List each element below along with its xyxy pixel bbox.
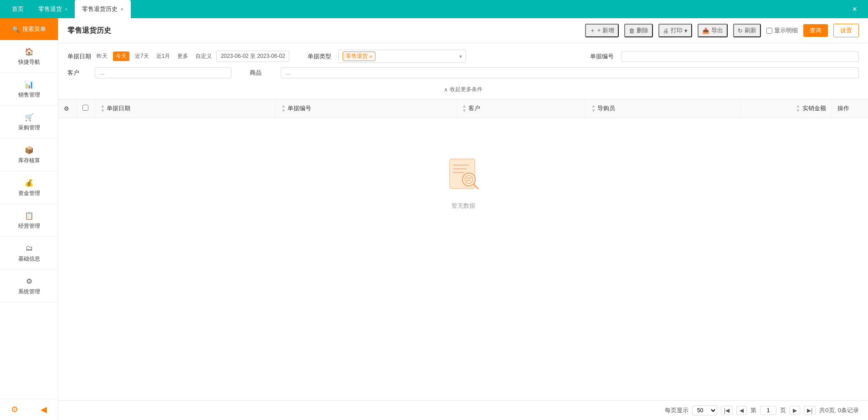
customer-label: 客户: [67, 69, 95, 77]
export-icon: 📤: [702, 27, 709, 34]
voucher-no-input[interactable]: [621, 51, 859, 62]
voucher-type-dropdown-icon: ▾: [459, 53, 462, 60]
page-size-select[interactable]: 20 50 100: [692, 405, 717, 415]
svg-rect-2: [453, 168, 467, 169]
sidebar-item-quicknav[interactable]: 🏠 快捷导航: [0, 40, 58, 73]
tab-retail-return[interactable]: 零售退货 ×: [31, 0, 75, 18]
sidebar-search[interactable]: 🔍 搜索菜单: [0, 18, 58, 40]
first-page-button[interactable]: |◀: [721, 406, 733, 415]
header-actions: ＋ + 新增 🗑 删除 🖨 打印 ▾ 📤 导出 ↻: [585, 24, 859, 37]
print-button[interactable]: 🖨 打印 ▾: [658, 24, 692, 37]
th-amount[interactable]: ▲▼ 实销金额: [740, 99, 832, 118]
filter-group-vouchertype: 单据类型 零售退货 × ▾: [308, 50, 576, 63]
date-opt-yesterday[interactable]: 昨天: [95, 51, 109, 61]
table-settings-icon[interactable]: ⚙: [64, 105, 69, 112]
refresh-button[interactable]: ↻ 刷新: [733, 24, 761, 37]
sidebar-item-system[interactable]: ⚙ 系统管理: [0, 270, 58, 302]
page-title: 零售退货历史: [67, 26, 111, 36]
prev-page-button[interactable]: ◀: [736, 406, 747, 415]
settings-button[interactable]: 设置: [833, 24, 859, 37]
new-button[interactable]: ＋ + 新增: [585, 24, 619, 37]
top-bar-right: ×: [848, 3, 868, 16]
last-page-button[interactable]: ▶|: [804, 406, 816, 415]
svg-rect-3: [453, 172, 464, 173]
search-icon: 🔍: [12, 26, 20, 33]
show-detail-checkbox[interactable]: 显示明细: [766, 26, 798, 35]
sidebar-item-basic-info-label: 基础信息: [18, 255, 40, 263]
sidebar-item-inventory[interactable]: 📦 库存核算: [0, 138, 58, 171]
sidebar-bottom: ⚙ ◀: [0, 399, 58, 420]
sort-customer-icon: ▲▼: [462, 104, 467, 113]
sidebar-item-basic-info[interactable]: 🗂 基础信息: [0, 237, 58, 270]
delete-label: 删除: [637, 26, 648, 35]
sidebar-item-operations-label: 经营管理: [18, 222, 40, 230]
th-no[interactable]: ▲▼ 单据编号: [276, 99, 457, 118]
quicknav-icon: 🏠: [24, 46, 34, 56]
tab-retail-return-history-close[interactable]: ×: [120, 6, 123, 12]
query-button[interactable]: 查询: [803, 24, 828, 37]
page-header: 零售退货历史 ＋ + 新增 🗑 删除 🖨 打印 ▾ 📤 导出: [58, 18, 868, 43]
collapse-btn[interactable]: ∧ 收起更多条件: [444, 86, 483, 93]
th-guide[interactable]: ▲▼ 导购员: [586, 99, 740, 118]
date-opt-1month[interactable]: 近1月: [154, 51, 172, 61]
next-page-button[interactable]: ▶: [790, 406, 800, 415]
page-number-input[interactable]: [760, 406, 776, 415]
th-date[interactable]: ▲▼ 单据日期: [95, 99, 276, 118]
sort-amount-icon: ▲▼: [796, 104, 801, 113]
date-opt-custom[interactable]: 自定义: [194, 51, 214, 61]
page-size-label: 每页显示: [665, 406, 688, 415]
select-all-checkbox[interactable]: [82, 105, 88, 111]
date-opt-more[interactable]: 更多: [175, 51, 190, 61]
goods-input[interactable]: [281, 67, 859, 78]
th-customer[interactable]: ▲▼ 客户: [457, 99, 586, 118]
basicinfo-icon: 🗂: [24, 243, 34, 253]
filter-group-voucherno: 单据编号: [590, 51, 859, 62]
finance-icon: 💰: [24, 178, 34, 188]
settings-label: 设置: [840, 26, 852, 35]
th-settings[interactable]: ⚙: [58, 99, 77, 118]
sidebar-item-operations[interactable]: 📋 经营管理: [0, 204, 58, 237]
date-label: 单据日期: [67, 52, 95, 61]
export-button[interactable]: 📤 导出: [698, 24, 728, 37]
voucher-type-tag-close[interactable]: ×: [370, 54, 372, 59]
sidebar-item-quicknav-label: 快捷导航: [18, 58, 40, 66]
filter-group-goods: 商品: [250, 67, 859, 78]
voucher-type-select[interactable]: 零售退货 × ▾: [339, 50, 466, 63]
voucher-type-tag: 零售退货 ×: [343, 51, 375, 61]
voucher-type-value: 零售退货: [346, 52, 368, 60]
customer-input[interactable]: [95, 67, 231, 78]
sort-no-icon: ▲▼: [281, 104, 286, 113]
show-detail-input[interactable]: [766, 28, 772, 34]
sidebar-item-system-label: 系统管理: [18, 288, 40, 296]
date-range-input[interactable]: 2023-06-02 至 2023-06-02: [216, 51, 289, 62]
print-dropdown-icon: ▾: [684, 27, 688, 34]
tab-retail-return-history[interactable]: 零售退货历史 ×: [75, 0, 130, 18]
show-detail-label: 显示明细: [774, 26, 798, 35]
delete-button[interactable]: 🗑 删除: [624, 24, 653, 37]
data-table: ⚙ ▲▼ 单据日期 ▲▼: [58, 99, 868, 246]
empty-text: 暂无数据: [452, 202, 475, 210]
sidebar-item-sales[interactable]: 📊 销售管理: [0, 73, 58, 106]
th-date-label: 单据日期: [107, 104, 130, 113]
inventory-icon: 📦: [24, 145, 34, 155]
collapse-icon: ∧: [444, 87, 448, 93]
svg-rect-1: [453, 164, 469, 166]
sidebar-search-label: 搜索菜单: [22, 25, 46, 33]
collapse-bar[interactable]: ∧ 收起更多条件: [67, 83, 859, 95]
tab-retail-return-close[interactable]: ×: [65, 6, 67, 12]
tab-retail-return-label: 零售退货: [38, 5, 62, 13]
voucherno-label: 单据编号: [590, 52, 617, 61]
th-checkbox[interactable]: [77, 99, 95, 118]
tab-retail-return-history-label: 零售退货历史: [82, 5, 118, 13]
tab-home[interactable]: 首页: [5, 0, 31, 18]
settings-bottom-icon[interactable]: ⚙: [11, 405, 18, 415]
window-close-icon[interactable]: ×: [848, 3, 861, 16]
top-bar: 首页 零售退货 × 零售退货历史 × ×: [0, 0, 868, 18]
collapse-sidebar-icon[interactable]: ◀: [41, 405, 47, 415]
new-label: + 新增: [597, 26, 614, 35]
date-opt-7days[interactable]: 近7天: [133, 51, 151, 61]
date-opt-today[interactable]: 今天: [113, 51, 129, 61]
sidebar-item-finance[interactable]: 💰 资金管理: [0, 171, 58, 204]
sidebar-item-finance-label: 资金管理: [18, 190, 40, 197]
sidebar-item-purchase[interactable]: 🛒 采购管理: [0, 106, 58, 138]
